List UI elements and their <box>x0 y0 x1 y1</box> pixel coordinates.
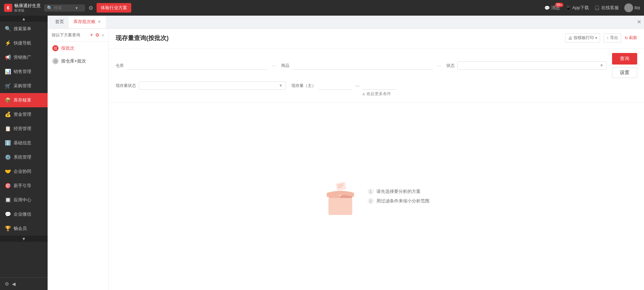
sidebar-item-marketing[interactable]: 📢 营销推广 <box>0 50 48 65</box>
headset-icon: 🎧 <box>594 5 600 11</box>
tab-inventory-batch[interactable]: 库存批次账 ✕ <box>69 16 106 28</box>
product-input[interactable] <box>292 61 433 70</box>
enterprise-icon: 🤝 <box>5 168 11 175</box>
empty-svg-icon <box>323 179 357 217</box>
sidebar-item-wechat[interactable]: 💬 企业微信 <box>0 207 48 221</box>
inventory-status-dropdown-icon: ▼ <box>279 83 283 88</box>
sidebar-item-label: 经营管理 <box>14 126 31 132</box>
purchase-icon: 🛒 <box>5 83 11 89</box>
sidebar-item-label: 系统管理 <box>14 154 31 160</box>
sidebar-item-label: 营销推广 <box>14 54 31 60</box>
settings-icon[interactable]: ⚙ <box>88 5 93 11</box>
main-body: 1 请先选择要分析的方案 2 用过滤条件来缩小分析范围 <box>109 103 644 290</box>
filter-inventory-status: 现存量状态 ▼ <box>116 81 286 90</box>
hint-text-2: 用过滤条件来缩小分析范围 <box>376 198 429 204</box>
sidebar-item-finance[interactable]: 💰 资金管理 <box>0 107 48 122</box>
sidebar-item-label: 快捷导航 <box>14 40 31 46</box>
sidebar-item-system[interactable]: ⚙️ 系统管理 <box>0 150 48 164</box>
quick-nav-icon: ⚡ <box>5 40 11 46</box>
sidebar-item-label: 应用中心 <box>14 197 31 203</box>
sidebar-item-quick-nav[interactable]: ⚡ 快捷导航 <box>0 36 48 50</box>
system-icon: ⚙️ <box>5 154 11 160</box>
plan-label-batch: 按批次 <box>61 45 74 51</box>
content-area: 首页 库存批次账 ✕ ✕ 按以下方案查询 + ⚙ « <box>48 16 644 290</box>
page-content: 按以下方案查询 + ⚙ « 按 按批次 ⊙ 按仓库+批次 <box>48 29 644 290</box>
refresh-label: 刷新 <box>629 35 637 41</box>
sidebar: ▲ 🔍 搜索菜单 ⚡ 快捷导航 📢 营销推广 📊 销售管理 🛒 采购管理 📦 库… <box>0 16 48 290</box>
filter-section: 仓库 ··· 商品 ··· 状态 <box>109 49 644 103</box>
user-item[interactable]: Rit <box>624 3 640 12</box>
plan-icon-batch: 按 <box>52 45 58 51</box>
tab-home[interactable]: 首页 <box>50 16 69 28</box>
wechat-icon: 💬 <box>5 211 11 217</box>
inventory-icon: 📦 <box>5 97 11 103</box>
empty-state: 1 请先选择要分析的方案 2 用过滤条件来缩小分析范围 <box>323 179 429 213</box>
status-select[interactable]: ▼ <box>457 61 607 70</box>
sidebar-item-enterprise[interactable]: 🤝 企业协同 <box>0 164 48 179</box>
sidebar-item-label: 销售管理 <box>14 69 31 75</box>
sidebar-item-operations[interactable]: 📋 经营管理 <box>0 122 48 136</box>
sidebar-item-basic-info[interactable]: ℹ️ 基础信息 <box>0 136 48 150</box>
export-label: 导出 <box>610 35 618 41</box>
refresh-btn[interactable]: ↻ 刷新 <box>625 35 637 41</box>
inventory-amount-to[interactable] <box>362 81 396 90</box>
query-button[interactable]: 查询 <box>612 53 637 65</box>
avatar <box>624 3 633 12</box>
sidebar-item-label: 库存核算 <box>14 97 31 103</box>
sidebar-item-inventory[interactable]: 📦 库存核算 <box>0 93 48 107</box>
experience-btn[interactable]: 体验行业方案 <box>97 3 131 13</box>
search-box[interactable]: 🔍 ▾ <box>44 4 85 12</box>
plan-item-batch[interactable]: 按 按批次 <box>48 42 108 55</box>
app-download-item[interactable]: 📱 App下载 <box>565 5 589 11</box>
panel-close-icon[interactable]: ✕ <box>637 19 641 25</box>
sidebar-item-newbie[interactable]: 🎯 新手引导 <box>0 179 48 193</box>
top-nav: 6 畅康通好生意 标准版 🔍 ▾ ⚙ 体验行业方案 💬 消息 99+ 📱 App… <box>0 0 644 16</box>
dropdown-arrow-icon[interactable]: ▾ <box>75 5 78 11</box>
export-btn[interactable]: ↑ 导出 <box>604 33 621 42</box>
plan-settings-icon[interactable]: ⚙ <box>95 32 100 38</box>
warehouse-dots[interactable]: ··· <box>272 63 276 68</box>
message-item[interactable]: 💬 消息 99+ <box>544 5 560 11</box>
inventory-status-select[interactable]: ▼ <box>139 81 286 90</box>
warehouse-label: 仓库 <box>116 63 124 69</box>
collapse-more-btn[interactable]: ∧ 收起更多条件 <box>116 90 637 98</box>
svg-rect-1 <box>336 182 346 191</box>
search-input[interactable] <box>54 5 74 10</box>
left-panel-collapse-icon[interactable]: « <box>102 32 104 38</box>
sidebar-item-app-center[interactable]: 🔲 应用中心 <box>0 193 48 207</box>
left-panel-header: 按以下方案查询 + ⚙ « <box>48 29 108 42</box>
refresh-icon: ↻ <box>625 36 628 40</box>
plan-item-warehouse-batch[interactable]: ⊙ 按仓库+批次 <box>48 55 108 68</box>
tab-close-icon[interactable]: ✕ <box>98 19 101 24</box>
sidebar-settings-icon[interactable]: ⚙ <box>5 281 9 287</box>
sidebar-item-purchase[interactable]: 🛒 采购管理 <box>0 79 48 93</box>
product-dots[interactable]: ··· <box>437 63 441 68</box>
online-service-item[interactable]: 🎧 在线客服 <box>594 5 619 11</box>
app-download-label: App下载 <box>572 5 589 11</box>
print-btn[interactable]: 🖨 按模板打印 ▾ <box>565 33 600 42</box>
svg-rect-0 <box>328 198 352 215</box>
sidebar-item-sales[interactable]: 📊 销售管理 <box>0 65 48 79</box>
sidebar-item-member[interactable]: 🏆 畅会员 <box>0 221 48 236</box>
settings-button[interactable]: 设置 <box>612 67 637 78</box>
brand-logo: 6 <box>4 4 12 12</box>
top-nav-left: 6 畅康通好生意 标准版 🔍 ▾ ⚙ 体验行业方案 <box>4 3 131 13</box>
add-plan-icon[interactable]: + <box>90 32 93 38</box>
finance-icon: 💰 <box>5 111 11 117</box>
tab-home-label: 首页 <box>55 19 64 25</box>
sidebar-item-label: 搜索菜单 <box>14 26 31 32</box>
warehouse-input[interactable] <box>126 61 268 70</box>
member-icon: 🏆 <box>5 225 11 232</box>
sidebar-scroll-up[interactable]: ▲ <box>0 16 48 22</box>
sidebar-item-label: 企业微信 <box>14 211 31 217</box>
print-dropdown-icon[interactable]: ▾ <box>595 36 597 40</box>
product-label: 商品 <box>281 63 289 69</box>
hint-num-2: 2 <box>368 198 374 204</box>
main-layout: ▲ 🔍 搜索菜单 ⚡ 快捷导航 📢 营销推广 📊 销售管理 🛒 采购管理 📦 库… <box>0 16 644 290</box>
sidebar-scroll-down[interactable]: ▼ <box>0 236 48 242</box>
search-icon: 🔍 <box>47 5 52 11</box>
sidebar-item-search[interactable]: 🔍 搜索菜单 <box>0 22 48 36</box>
inventory-amount-from[interactable] <box>319 81 353 90</box>
sidebar-collapse-icon[interactable]: ◀ <box>12 281 16 287</box>
search-menu-icon: 🔍 <box>5 26 11 32</box>
